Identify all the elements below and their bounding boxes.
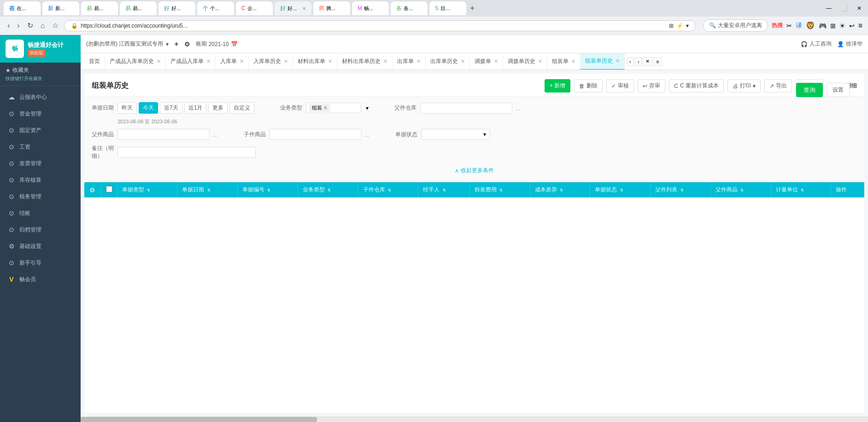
col-bill-status[interactable]: 单据状态 ⇅ [590,182,651,197]
audit-button[interactable]: ✓ 审核 [606,79,634,92]
col-cost-diff[interactable]: 成本差异 ⇅ [530,182,590,197]
browser-tab-11[interactable]: 各 各... [391,1,428,15]
tabs-close-all-button[interactable]: ✕ [643,57,652,66]
grid-icon[interactable]: ⊞ [830,22,836,29]
tab-transfer[interactable]: 调拨单 ✕ [470,53,503,70]
browser-tab-4[interactable]: 易 易... [120,1,157,15]
customer-service[interactable]: 🎧 人工咨询 [801,40,832,48]
tab-close-icon[interactable]: ✕ [571,58,575,64]
child-goods-input[interactable] [270,129,362,140]
settings-gear-button[interactable]: ⚙ [184,40,190,48]
minimize-button[interactable]: — [823,4,834,12]
reload-button[interactable]: ↻ [25,19,35,32]
horizontal-scrollbar[interactable] [81,416,868,422]
tab-close-icon[interactable]: ✕ [328,58,332,64]
sidebar-item-settlement[interactable]: ⊙ 结账 [0,205,81,221]
dropdown-icon[interactable]: ▾ [686,23,689,29]
tab-production-in[interactable]: 产成品入库单 ✕ [166,53,216,70]
back-button[interactable]: ‹ [6,20,12,32]
tab-close-icon[interactable]: ✕ [240,58,244,64]
tab-close-icon[interactable]: ✕ [416,58,421,64]
settings-button[interactable]: 设置 [827,83,850,97]
sidebar-item-vip[interactable]: V 畅会员 [0,271,81,288]
tab-in-history[interactable]: 入库单历史 ✕ [249,53,293,70]
close-button[interactable]: ✕ [854,4,864,12]
period-selector[interactable]: 账期 2021-10 📅 [196,40,238,48]
browser-tab-5[interactable]: 好 好... [158,1,195,15]
recalculate-button[interactable]: C C 重新计算成本 [669,79,724,92]
sun-icon[interactable]: ☀ [839,22,845,29]
tab-home[interactable]: 首页 [84,53,105,70]
tab-close-icon[interactable]: ✕ [383,58,387,64]
print-button[interactable]: 🖨 打印 ▾ [727,79,761,92]
custom-btn[interactable]: 自定义 [229,102,254,114]
tab-close-icon[interactable]: ✕ [616,58,620,64]
col-parent-goods[interactable]: 父件商品 ⇅ [710,182,771,197]
tab-assembly-history[interactable]: 组装单历史 ✕ [581,53,625,70]
today-btn[interactable]: 今天 [139,102,158,114]
tab-assembly[interactable]: 组装单 ✕ [547,53,581,70]
browser-tab-8[interactable]: 好 好... ✕ [275,1,311,15]
tab-out-history[interactable]: 出库单历史 ✕ [426,53,470,70]
home-button[interactable]: ⌂ [39,20,47,32]
favorites-link[interactable]: 快捷键打开收藏夹 [6,75,75,82]
qr-icon[interactable]: ⊞ [669,23,674,29]
user-info[interactable]: 👤 徐泽华 [837,40,862,48]
select-all-checkbox[interactable] [106,186,112,192]
parent-warehouse-more-icon[interactable]: ... [515,104,521,112]
sidebar-item-payroll[interactable]: ⊙ 工资 [0,139,81,155]
tag-close-icon[interactable]: ✕ [323,105,328,111]
bookmark-button[interactable]: ☆ [50,19,60,32]
remark-input[interactable] [117,147,256,158]
browser-tab-1[interactable]: 在 在... [4,1,41,15]
browser-tab-9[interactable]: 腾 腾... [313,1,350,15]
collapse-button[interactable]: ∧ 收起更多条件 [92,165,857,176]
col-bill-type[interactable]: 单据类型 ⇅ [117,182,177,197]
sidebar-item-fixed-assets[interactable]: ⊙ 固定资产 [0,122,81,139]
bill-status-select[interactable]: ▾ [421,129,490,140]
url-bar[interactable]: 🔒 https://cloud.chanjet.com/accounting/u… [64,20,696,31]
col-handler[interactable]: 经手人 ⇅ [418,182,470,197]
game-icon[interactable]: 🎮 [819,22,827,29]
tab-close-icon[interactable]: ✕ [206,58,211,64]
lightning-icon[interactable]: ⚡ [676,23,683,29]
parent-goods-input[interactable] [117,129,210,140]
add-button[interactable]: + 新增 [545,79,570,92]
sidebar-item-cloud-report[interactable]: ☁ 云报表中心 [0,89,81,105]
col-parent-list[interactable]: 父件列表 ⇅ [651,182,711,197]
sidebar-item-invoice[interactable]: ⊙ 发票管理 [0,155,81,172]
browser-tab-2[interactable]: 新 新... [42,1,79,15]
search-box[interactable]: 🔍 大量安卓用户逃离 [703,19,768,32]
tab-close-icon[interactable]: ✕ [494,58,498,64]
col-bill-date[interactable]: 单据日期 ⇅ [177,182,238,197]
col-disassembly-cost[interactable]: 拆装费用 ⇅ [469,182,530,197]
tab-transfer-history[interactable]: 调拨单历史 ✕ [503,53,547,70]
browser-tab-6[interactable]: 个 个... [197,1,234,15]
delete-button[interactable]: 🗑 删除 [574,79,603,92]
tabs-menu-button[interactable]: ≡ [653,58,662,66]
browser-tab-12[interactable]: S 目... [429,1,466,15]
more-btn[interactable]: 更多 [208,102,228,114]
child-goods-more-icon[interactable]: ... [364,131,370,138]
translate-icon[interactable]: 译 [796,22,802,30]
table-settings-button[interactable]: ⚙ [89,186,95,194]
table-checkbox-header[interactable] [101,182,117,197]
add-company-button[interactable]: + [174,40,178,48]
tab-close-icon[interactable]: ✕ [461,58,465,64]
browser-tab-3[interactable]: 易 易... [81,1,118,15]
tab-close-icon[interactable]: ✕ [284,58,288,64]
week-btn[interactable]: 近7天 [160,102,182,114]
parent-warehouse-input[interactable] [420,103,512,114]
col-business-type[interactable]: 业务类型 ⇅ [298,182,358,197]
undo-icon[interactable]: ↩ [849,22,855,29]
new-tab-button[interactable]: + [468,2,477,15]
month-btn[interactable]: 近1月 [184,102,207,114]
tabs-next-button[interactable]: › [635,58,642,66]
yesterday-btn[interactable]: 昨天 [117,102,137,114]
abandon-button[interactable]: ↩ 弃审 [638,79,665,92]
tab-material-out[interactable]: 材料出库单 ✕ [293,53,337,70]
tab-production-in-history[interactable]: 产成品入库单历史 ✕ [105,53,166,70]
emoji-icon[interactable]: 🦁 [806,21,815,30]
business-tag-input[interactable]: 组装 ✕ [306,103,361,113]
search-button[interactable]: 查询 [796,83,823,97]
